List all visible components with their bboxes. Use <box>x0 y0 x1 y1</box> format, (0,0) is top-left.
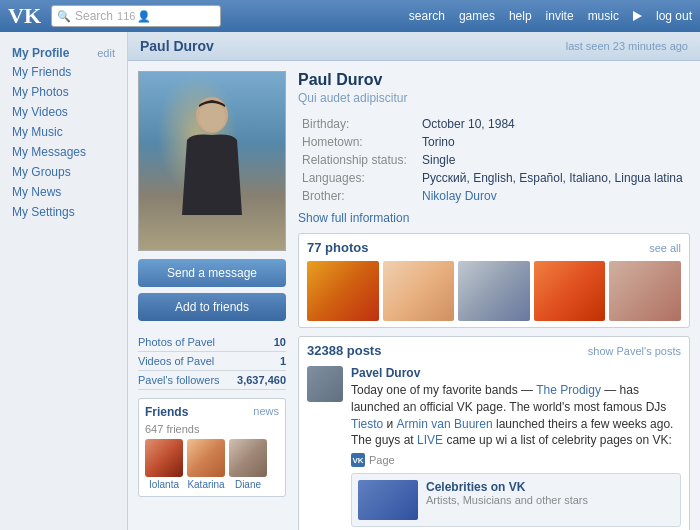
sidebar-item-videos[interactable]: My Videos <box>0 102 127 122</box>
sidebar-profile-label[interactable]: My Profile <box>12 46 69 60</box>
sidebar-item-messages[interactable]: My Messages <box>0 142 127 162</box>
sidebar-edit-link[interactable]: edit <box>97 47 115 59</box>
friend-name-iolanta: Iolanta <box>145 479 183 490</box>
sidebar: My Profile edit My Friends My Photos My … <box>0 32 128 530</box>
photo-thumb-1[interactable] <box>307 261 379 321</box>
info-row-brother: Brother: Nikolay Durov <box>298 187 690 205</box>
friends-news-link[interactable]: news <box>253 405 279 419</box>
info-row-birthday: Birthday: October 10, 1984 <box>298 115 690 133</box>
profile-tagline: Qui audet adipiscitur <box>298 91 690 105</box>
live-link[interactable]: LIVE <box>417 433 443 447</box>
sidebar-item-settings[interactable]: My Settings <box>0 202 127 222</box>
embedded-card-subtitle: Artists, Musicians and other stars <box>426 494 588 506</box>
search-placeholder: Search <box>75 9 113 23</box>
post-author-name[interactable]: Pavel Durov <box>351 366 681 380</box>
videos-stat: Videos of Pavel 1 <box>138 352 286 371</box>
nav-help[interactable]: help <box>509 9 532 23</box>
photos-header: 77 photos see all <box>307 240 681 255</box>
post-text-1: Today one of my favorite bands — <box>351 383 536 397</box>
main-layout: My Profile edit My Friends My Photos My … <box>0 32 700 530</box>
profile-content: Paul Durov last seen 23 minutes ago <box>128 32 700 530</box>
photos-stat-label[interactable]: Photos of Pavel <box>138 336 215 348</box>
videos-stat-label[interactable]: Videos of Pavel <box>138 355 214 367</box>
vk-logo[interactable]: VK <box>8 5 41 27</box>
embedded-card-title: Celebrities on VK <box>426 480 588 494</box>
info-row-hometown: Hometown: Torino <box>298 133 690 151</box>
languages-label: Languages: <box>298 169 418 187</box>
sidebar-item-music[interactable]: My Music <box>0 122 127 142</box>
add-friends-button[interactable]: Add to friends <box>138 293 286 321</box>
followers-stat-value: 3,637,460 <box>237 374 286 386</box>
page-icon: VK <box>351 453 365 467</box>
friends-count: 647 friends <box>145 423 279 435</box>
photos-stat: Photos of Pavel 10 <box>138 333 286 352</box>
post-text-3: и <box>383 417 396 431</box>
friend-diane[interactable]: Diane <box>229 439 267 490</box>
languages-value: Русский, English, Español, Italiano, Lin… <box>418 169 690 187</box>
nav-music[interactable]: music <box>588 9 619 23</box>
friend-avatar-diane <box>229 439 267 477</box>
sidebar-item-news[interactable]: My News <box>0 182 127 202</box>
info-row-languages: Languages: Русский, English, Español, It… <box>298 169 690 187</box>
videos-stat-value: 1 <box>280 355 286 367</box>
photo-thumb-3[interactable] <box>458 261 530 321</box>
show-full-link[interactable]: Show full information <box>298 211 690 225</box>
photo-thumb-5[interactable] <box>609 261 681 321</box>
profile-header-bar: Paul Durov last seen 23 minutes ago <box>128 32 700 61</box>
nav-invite[interactable]: invite <box>546 9 574 23</box>
user-icon: 👤 <box>137 10 151 23</box>
friend-name-katarina: Katarina <box>187 479 225 490</box>
friend-name-diane: Diane <box>229 479 267 490</box>
nav-search[interactable]: search <box>409 9 445 23</box>
friend-avatar-katarina <box>187 439 225 477</box>
friend-avatar-iolanta <box>145 439 183 477</box>
sidebar-profile-header: My Profile edit <box>0 40 127 62</box>
info-row-relationship: Relationship status: Single <box>298 151 690 169</box>
relationship-label: Relationship status: <box>298 151 418 169</box>
posts-title: 32388 posts <box>307 343 381 358</box>
hometown-label: Hometown: <box>298 133 418 151</box>
prodigy-link[interactable]: The Prodigy <box>536 383 601 397</box>
profile-body: Send a message Add to friends Photos of … <box>128 61 700 530</box>
posts-show-link[interactable]: show Pavel's posts <box>588 345 681 357</box>
embedded-card[interactable]: Celebrities on VK Artists, Musicians and… <box>351 473 681 527</box>
photo-thumb-2[interactable] <box>383 261 455 321</box>
profile-left-column: Send a message Add to friends Photos of … <box>138 71 286 530</box>
nav-logout[interactable]: log out <box>656 9 692 23</box>
page-icon-wrap: VK Page <box>351 453 681 467</box>
post-item: Pavel Durov Today one of my favorite ban… <box>307 366 681 530</box>
last-seen-status: last seen 23 minutes ago <box>566 40 688 52</box>
sidebar-item-groups[interactable]: My Groups <box>0 162 127 182</box>
birthday-label: Birthday: <box>298 115 418 133</box>
armin-link[interactable]: Armin van Buuren <box>397 417 493 431</box>
post-content: Pavel Durov Today one of my favorite ban… <box>351 366 681 530</box>
search-box[interactable]: 🔍 Search 116 👤 <box>51 5 221 27</box>
friends-avatars: Iolanta Katarina Diane <box>145 439 279 490</box>
birthday-value: October 10, 1984 <box>418 115 690 133</box>
send-message-button[interactable]: Send a message <box>138 259 286 287</box>
friends-title: Friends <box>145 405 188 419</box>
followers-stat-label[interactable]: Pavel's followers <box>138 374 220 386</box>
play-icon[interactable] <box>633 11 642 21</box>
nav-games[interactable]: games <box>459 9 495 23</box>
followers-stat: Pavel's followers 3,637,460 <box>138 371 286 390</box>
post-author-avatar <box>307 366 343 402</box>
relationship-value: Single <box>418 151 690 169</box>
brother-link[interactable]: Nikolay Durov <box>422 189 497 203</box>
friend-iolanta[interactable]: Iolanta <box>145 439 183 490</box>
photos-strip <box>307 261 681 321</box>
photo-thumb-4[interactable] <box>534 261 606 321</box>
friends-box: Friends news 647 friends Iolanta Katarin… <box>138 398 286 497</box>
sidebar-item-photos[interactable]: My Photos <box>0 82 127 102</box>
sidebar-item-friends[interactable]: My Friends <box>0 62 127 82</box>
svg-point-1 <box>199 102 225 132</box>
profile-info-table: Birthday: October 10, 1984 Hometown: Tor… <box>298 115 690 205</box>
post-text-5: came up wi a list of celebrity pages on … <box>443 433 672 447</box>
brother-value: Nikolay Durov <box>418 187 690 205</box>
tiesto-link[interactable]: Tiesto <box>351 417 383 431</box>
profile-photo <box>138 71 286 251</box>
photos-see-all-link[interactable]: see all <box>649 242 681 254</box>
profile-right-column: Paul Durov Qui audet adipiscitur Birthda… <box>298 71 690 530</box>
posts-section: 32388 posts show Pavel's posts Pavel Dur… <box>298 336 690 530</box>
friend-katarina[interactable]: Katarina <box>187 439 225 490</box>
